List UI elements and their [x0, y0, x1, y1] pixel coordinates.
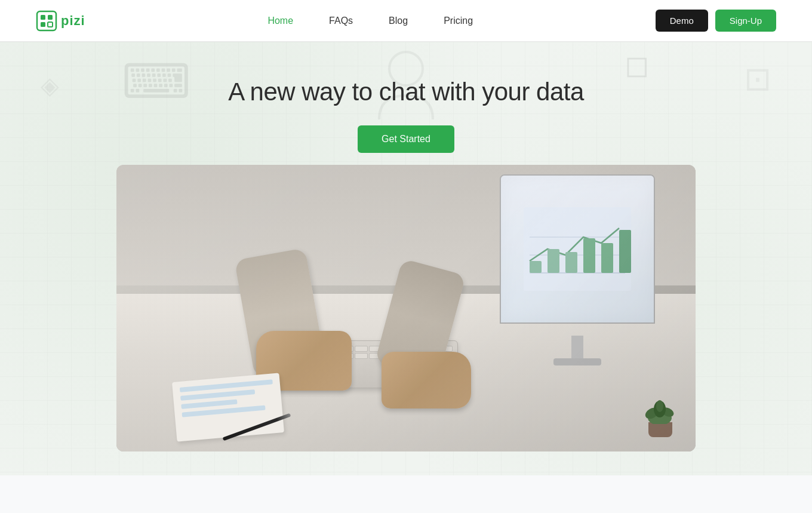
svg-rect-13	[583, 238, 595, 273]
navbar: pizi Home FAQs Blog Pricing Demo Sign-Up	[0, 0, 812, 42]
svg-rect-15	[619, 230, 631, 273]
deco-icon-2: ◻	[625, 48, 650, 82]
nav-link-blog[interactable]: Blog	[389, 16, 408, 26]
deco-icon-4: ⊡	[744, 60, 771, 98]
svg-rect-0	[37, 11, 56, 30]
hero-image	[116, 165, 696, 451]
brand-name: pizi	[61, 13, 85, 29]
hand-right	[382, 352, 471, 408]
svg-rect-3	[41, 22, 45, 27]
svg-rect-6	[524, 207, 631, 291]
svg-rect-1	[41, 15, 45, 20]
nav-links: Home FAQs Blog Pricing	[267, 16, 473, 26]
notepad	[172, 373, 284, 441]
monitor-base	[553, 358, 601, 365]
nav-actions: Demo Sign-Up	[656, 10, 776, 32]
plant	[642, 407, 678, 437]
nav-link-home[interactable]: Home	[267, 16, 293, 26]
hero-section: ⌨ ◻ ◈ ⊡ A new way to chat with your data…	[0, 42, 812, 475]
hero-image-wrapper	[116, 165, 696, 451]
deco-icon-3: ◈	[41, 72, 59, 99]
monitor-screen	[500, 174, 655, 324]
notepad-line-1	[180, 379, 273, 392]
svg-rect-10	[530, 261, 542, 273]
logo-icon	[36, 10, 57, 32]
svg-point-20	[656, 400, 663, 412]
svg-rect-11	[548, 249, 559, 273]
hero-title: A new way to chat with your data	[228, 78, 584, 106]
monitor-stand	[571, 336, 583, 360]
signup-button[interactable]: Sign-Up	[715, 10, 776, 32]
screen-chart	[518, 195, 637, 303]
hero-image-canvas	[116, 165, 696, 451]
svg-rect-2	[48, 15, 53, 20]
demo-button[interactable]: Demo	[656, 10, 708, 32]
deco-icon-1: ⌨	[122, 54, 190, 109]
notepad-lines	[172, 373, 283, 427]
svg-rect-14	[601, 243, 613, 273]
nav-link-pricing[interactable]: Pricing	[444, 16, 473, 26]
monitor-screen-content	[501, 176, 654, 322]
plant-pot	[648, 422, 672, 437]
svg-rect-4	[48, 22, 53, 27]
notepad-line-3	[181, 400, 237, 409]
svg-rect-12	[565, 252, 577, 273]
plant-svg	[644, 400, 676, 424]
logo-link[interactable]: pizi	[36, 10, 85, 32]
nav-link-faqs[interactable]: FAQs	[329, 16, 353, 26]
monitor	[500, 174, 667, 365]
get-started-button[interactable]: Get Started	[358, 125, 454, 153]
